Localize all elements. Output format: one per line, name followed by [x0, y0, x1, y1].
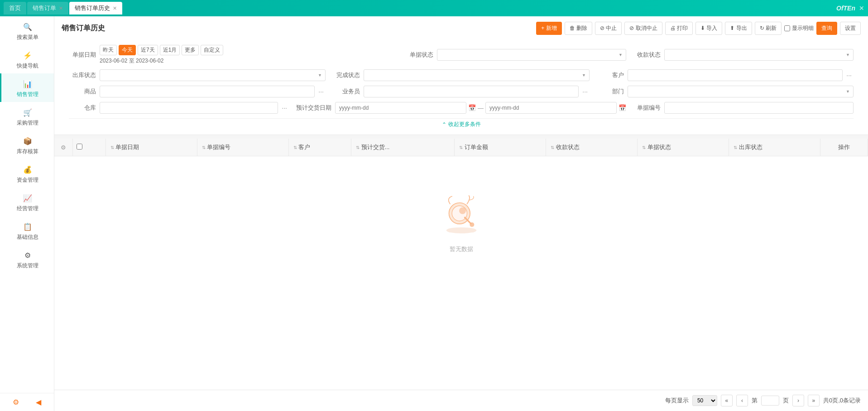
collapse-label: 收起更多条件: [448, 121, 481, 128]
delete-button[interactable]: 🗑 删除: [565, 22, 592, 35]
sidebar-label-quick-nav: 快捷导航: [17, 62, 38, 70]
warehouse-input[interactable]: [100, 102, 278, 114]
dept-wrapper[interactable]: [628, 86, 854, 97]
tab-home[interactable]: 首页: [4, 2, 26, 15]
salesperson-picker-icon[interactable]: ···: [580, 87, 590, 96]
sort-icon-outbound-status[interactable]: ⇅: [734, 145, 737, 150]
page-title: 销售订单历史: [62, 24, 105, 33]
sort-icon-bill-no[interactable]: ⇅: [202, 145, 206, 150]
page-header: 销售订单历史 + 新增 🗑 删除 ⊘ 中止 ⊘ 取消中止 🖨 打印 ⬇ 导入 ⬆…: [54, 16, 868, 135]
customer-picker-icon[interactable]: ···: [844, 71, 854, 80]
prev-page-button[interactable]: ‹: [736, 395, 748, 406]
outbound-status-wrapper[interactable]: [100, 69, 326, 81]
expected-date-to[interactable]: [485, 102, 617, 114]
page-size-select[interactable]: 102050100: [692, 395, 717, 406]
settings-icon[interactable]: ⚙: [61, 144, 66, 151]
product-input[interactable]: [100, 86, 315, 97]
date-btn-近7天[interactable]: 近7天: [138, 45, 158, 55]
date-btn-更多[interactable]: 更多: [182, 45, 199, 55]
customer-input[interactable]: [628, 69, 843, 81]
bill-status-wrapper[interactable]: [437, 49, 626, 61]
complete-status-select[interactable]: [364, 69, 590, 81]
stop-button[interactable]: ⊘ 中止: [595, 22, 622, 35]
filter-row-4: 仓库 ··· 预计交货日期 📅 — 📅: [69, 102, 854, 114]
date-btn-自定义[interactable]: 自定义: [201, 45, 223, 55]
refresh-button[interactable]: ↻ 刷新: [755, 22, 782, 35]
sidebar: 🔍 搜索菜单 ⚡ 快捷导航 📊 销售管理 🛒 采购管理 📦 库存核算 💰 资金管…: [0, 16, 54, 411]
sidebar-item-operations[interactable]: 📈 经营管理: [0, 188, 54, 216]
th-receipt-status: ⇅ 收款状态: [546, 139, 638, 156]
svg-point-2: [452, 206, 467, 221]
sort-icon-bill-date[interactable]: ⇅: [110, 145, 114, 150]
cancel-stop-button[interactable]: ⊘ 取消中止: [624, 22, 662, 35]
sidebar-item-purchase-mgmt[interactable]: 🛒 采购管理: [0, 102, 54, 131]
sidebar-item-basic-info[interactable]: 📋 基础信息: [0, 216, 54, 245]
import-button[interactable]: ⬇ 导入: [695, 22, 722, 35]
tab-close-sales-order-history[interactable]: ✕: [113, 5, 117, 11]
query-button[interactable]: 查询: [816, 22, 837, 35]
sidebar-icon-purchase-mgmt: 🛒: [23, 107, 33, 117]
sidebar-icon-basic-info: 📋: [23, 222, 33, 232]
outbound-status-select[interactable]: [100, 69, 326, 81]
select-all-checkbox[interactable]: [77, 144, 82, 150]
sidebar-item-sys-mgmt[interactable]: ⚙ 系统管理: [0, 245, 54, 273]
th-bill-status: ⇅ 单据状态: [638, 139, 729, 156]
tab-sales-order-history[interactable]: 销售订单历史✕: [69, 2, 122, 15]
settings-bottom-icon[interactable]: ⚙: [13, 398, 19, 406]
last-page-button[interactable]: »: [808, 395, 820, 406]
print-button[interactable]: 🖨 打印: [665, 22, 693, 35]
complete-status-wrapper[interactable]: [364, 69, 590, 81]
date-range-value: 2023-06-02 至 2023-06-02: [100, 57, 223, 65]
sidebar-label-finance: 资金管理: [17, 176, 38, 184]
page-suffix: 页: [783, 396, 789, 405]
product-picker-icon[interactable]: ···: [317, 87, 326, 96]
collapse-sidebar-icon[interactable]: ◀: [36, 398, 41, 406]
sort-icon-customer[interactable]: ⇅: [293, 145, 297, 150]
date-to-icon[interactable]: 📅: [619, 104, 626, 111]
new-button[interactable]: + 新增: [536, 22, 561, 35]
collapse-button[interactable]: ⌃ 收起更多条件: [69, 118, 854, 130]
sort-icon-order-amount[interactable]: ⇅: [459, 145, 463, 150]
tab-sales-order[interactable]: 销售订单✕: [27, 2, 68, 15]
display-detail-input[interactable]: [784, 25, 790, 31]
expected-date-filter: 预计交货日期 📅 — 📅: [296, 102, 626, 114]
sort-icon-receipt-status[interactable]: ⇅: [551, 145, 554, 150]
sidebar-icon-finance: 💰: [23, 164, 33, 174]
bill-status-filter: 单据状态: [406, 49, 626, 61]
table-header: ⚙⇅ 单据日期⇅ 单据编号⇅ 客户⇅ 预计交货...⇅ 订单金额⇅ 收款状态⇅ …: [54, 139, 868, 156]
settings-button[interactable]: 设置: [840, 22, 861, 35]
export-button[interactable]: ⬆ 导出: [725, 22, 752, 35]
sidebar-item-quick-nav[interactable]: ⚡ 快捷导航: [0, 45, 54, 73]
receipt-status-select[interactable]: [664, 49, 854, 61]
sort-icon-bill-status[interactable]: ⇅: [642, 145, 646, 150]
top-bar-close-icon[interactable]: ✕: [859, 5, 864, 12]
next-page-button[interactable]: ›: [792, 395, 804, 406]
toolbar: + 新增 🗑 删除 ⊘ 中止 ⊘ 取消中止 🖨 打印 ⬇ 导入 ⬆ 导出 ↻ 刷…: [536, 22, 861, 35]
warehouse-picker-icon[interactable]: ···: [280, 103, 289, 112]
sidebar-item-finance[interactable]: 💰 资金管理: [0, 159, 54, 188]
dept-select[interactable]: [628, 86, 854, 97]
date-btn-昨天[interactable]: 昨天: [100, 45, 117, 55]
sidebar-item-search-menu[interactable]: 🔍 搜索菜单: [0, 16, 54, 45]
bill-no-input[interactable]: [664, 102, 854, 114]
salesperson-input[interactable]: [364, 86, 579, 97]
expected-date-from[interactable]: [335, 102, 466, 114]
first-page-button[interactable]: «: [721, 395, 733, 406]
date-btn-近1月[interactable]: 近1月: [160, 45, 180, 55]
date-from-icon[interactable]: 📅: [468, 104, 476, 111]
display-detail-checkbox[interactable]: 显示明细: [784, 24, 814, 32]
sidebar-item-inventory[interactable]: 📦 库存核算: [0, 131, 54, 159]
customer-control: ···: [628, 69, 854, 81]
bill-status-label: 单据状态: [406, 51, 433, 59]
sidebar-icon-sales-mgmt: 📊: [23, 79, 33, 89]
outbound-status-filter: 出库状态: [69, 69, 326, 81]
sidebar-item-sales-mgmt[interactable]: 📊 销售管理: [0, 73, 54, 102]
salesperson-control: ···: [364, 86, 590, 97]
date-btn-今天[interactable]: 今天: [119, 45, 136, 55]
current-page-input[interactable]: 1: [761, 396, 779, 406]
bill-status-select[interactable]: [437, 49, 626, 61]
receipt-status-wrapper[interactable]: [664, 49, 854, 61]
sidebar-label-sales-mgmt: 销售管理: [17, 91, 38, 98]
tab-close-sales-order[interactable]: ✕: [59, 5, 63, 11]
sort-icon-expected-date[interactable]: ⇅: [356, 145, 360, 150]
